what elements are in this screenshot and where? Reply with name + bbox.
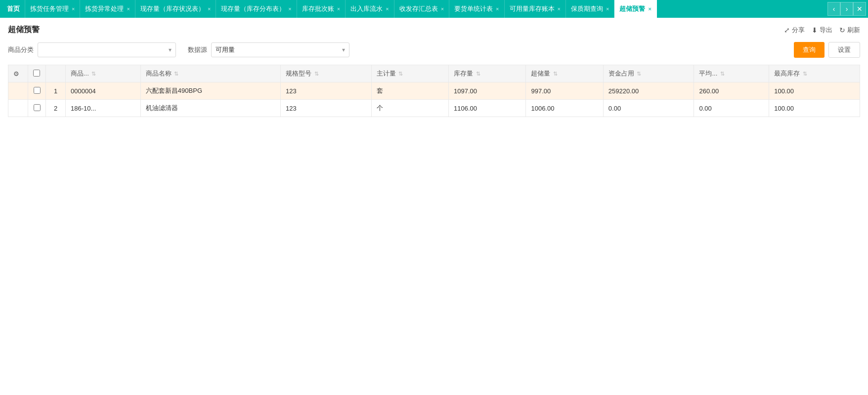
table-header-capital[interactable]: 资金占用 ⇅: [603, 65, 694, 82]
row-num-1: 2: [46, 100, 66, 117]
refresh-icon: ↻: [839, 26, 845, 34]
table-header-checkbox[interactable]: [28, 65, 46, 82]
table-header-overstock[interactable]: 超储量 ⇅: [526, 65, 603, 82]
row-select-checkbox-0[interactable]: [34, 87, 41, 94]
summary-close-icon[interactable]: ×: [441, 6, 444, 12]
datasource-filter: 数据源 可用量 ▾: [188, 42, 349, 57]
nav-tab-batch-account[interactable]: 库存批次账 ×: [297, 0, 346, 18]
nav-tab-inout-flow[interactable]: 出入库流水 ×: [346, 0, 394, 18]
export-icon: ⬇: [812, 26, 818, 34]
overstock-warning-close-icon[interactable]: ×: [648, 6, 651, 12]
nav-arrow-close-btn[interactable]: ✕: [853, 2, 866, 16]
row-capital-1: 0.00: [603, 100, 694, 117]
shelf-life-close-icon[interactable]: ×: [606, 6, 609, 12]
nav-tab-summary[interactable]: 收发存汇总表 ×: [394, 0, 449, 18]
nav-arrow-left-btn[interactable]: ‹: [827, 2, 840, 16]
row-checkbox-1[interactable]: [28, 100, 46, 117]
sort-unit-icon: ⇅: [398, 71, 403, 77]
row-spec-1: 123: [281, 100, 372, 117]
nav-tab-inventory-dist[interactable]: 现存量（库存分布表） ×: [216, 0, 297, 18]
nav-tab-task-mgmt[interactable]: 拣货任务管理 ×: [25, 0, 80, 18]
export-button[interactable]: ⬇ 导出: [812, 26, 832, 35]
row-stock-1: 1106.00: [449, 100, 526, 117]
refresh-button[interactable]: ↻ 刷新: [839, 26, 860, 35]
row-product-code-1: 186-10...: [66, 100, 141, 117]
available-ledger-close-icon[interactable]: ×: [558, 6, 561, 12]
row-overstock-0: 997.00: [526, 82, 603, 100]
table-header-spec[interactable]: 规格型号 ⇅: [281, 65, 372, 82]
table-header-gear[interactable]: ⚙: [8, 65, 28, 82]
row-checkbox-0[interactable]: [28, 82, 46, 100]
datasource-select[interactable]: 可用量 ▾: [211, 42, 349, 57]
row-gear-1: [8, 100, 28, 117]
exception-tab-label: 拣货异常处理: [85, 4, 124, 13]
nav-tab-shelf-life[interactable]: 保质期查询 ×: [566, 0, 614, 18]
settings-button[interactable]: 设置: [828, 42, 860, 58]
order-stats-close-icon[interactable]: ×: [496, 6, 499, 12]
header-actions: ⤢ 分享 ⬇ 导出 ↻ 刷新: [784, 26, 860, 35]
inventory-dist-close-icon[interactable]: ×: [288, 6, 291, 12]
row-spec-0: 123: [281, 82, 372, 100]
summary-tab-label: 收发存汇总表: [399, 4, 438, 13]
row-max-stock-1: 100.00: [769, 100, 860, 117]
share-button[interactable]: ⤢ 分享: [784, 26, 805, 35]
overstock-warning-tab-label: 超储预警: [619, 4, 645, 13]
inout-flow-tab-label: 出入库流水: [350, 4, 383, 13]
row-select-checkbox-1[interactable]: [34, 104, 41, 111]
data-table: ⚙ 商品... ⇅ 商品名称 ⇅ 规格型号 ⇅ 主计量: [8, 65, 860, 117]
page-title: 超储预警: [8, 25, 40, 35]
table-header-unit[interactable]: 主计量 ⇅: [371, 65, 448, 82]
row-unit-1: 个: [371, 100, 448, 117]
row-overstock-1: 1006.00: [526, 100, 603, 117]
batch-account-tab-label: 库存批次账: [302, 4, 334, 13]
top-navigation: 首页 拣货任务管理 × 拣货异常处理 × 现存量（库存状况表） × 现存量（库存…: [0, 0, 868, 18]
page-container: 超储预警 ⤢ 分享 ⬇ 导出 ↻ 刷新 商品分类 ▾ 数据源: [0, 18, 868, 124]
select-all-checkbox[interactable]: [33, 70, 40, 77]
table-row: 1 0000004 六配套新昌490BPG 123 套 1097.00 997.…: [8, 82, 860, 100]
exception-close-icon[interactable]: ×: [127, 6, 130, 12]
row-gear-0: [8, 82, 28, 100]
sort-product-name-icon: ⇅: [174, 71, 178, 77]
sort-avg-icon: ⇅: [720, 71, 725, 77]
export-label: 导出: [820, 26, 832, 35]
row-avg-1: 0.00: [694, 100, 769, 117]
row-product-name-1: 机油滤清器: [140, 100, 280, 117]
inout-flow-close-icon[interactable]: ×: [386, 6, 389, 12]
refresh-label: 刷新: [847, 26, 860, 35]
inventory-dist-tab-label: 现存量（库存分布表）: [221, 4, 285, 13]
sort-stock-icon: ⇅: [476, 71, 480, 77]
row-avg-0: 260.00: [694, 82, 769, 100]
nav-tab-inventory-status[interactable]: 现存量（库存状况表） ×: [135, 0, 216, 18]
table-header-avg[interactable]: 平均... ⇅: [694, 65, 769, 82]
nav-tab-home[interactable]: 首页: [2, 0, 25, 18]
query-button[interactable]: 查询: [794, 42, 825, 58]
category-filter-label: 商品分类: [8, 45, 34, 54]
nav-tab-overstock-warning[interactable]: 超储预警 ×: [614, 0, 656, 18]
row-capital-0: 259220.00: [603, 82, 694, 100]
datasource-filter-label: 数据源: [188, 45, 207, 54]
nav-tab-available-ledger[interactable]: 可用量库存账本 ×: [505, 0, 566, 18]
page-header: 超储预警 ⤢ 分享 ⬇ 导出 ↻ 刷新: [8, 25, 860, 35]
nav-arrow-right-btn[interactable]: ›: [840, 2, 853, 16]
batch-account-close-icon[interactable]: ×: [337, 6, 340, 12]
inventory-status-close-icon[interactable]: ×: [208, 6, 211, 12]
row-num-0: 1: [46, 82, 66, 100]
order-stats-tab-label: 要货单统计表: [454, 4, 493, 13]
sort-spec-icon: ⇅: [314, 71, 319, 77]
share-label: 分享: [792, 26, 805, 35]
table-header-product-code[interactable]: 商品... ⇅: [66, 65, 141, 82]
task-mgmt-close-icon[interactable]: ×: [72, 6, 75, 12]
category-chevron-icon: ▾: [169, 46, 172, 53]
task-mgmt-tab-label: 拣货任务管理: [30, 4, 69, 13]
filter-row: 商品分类 ▾ 数据源 可用量 ▾ 查询 设置: [8, 42, 860, 58]
nav-tab-exception[interactable]: 拣货异常处理 ×: [80, 0, 135, 18]
shelf-life-tab-label: 保质期查询: [571, 4, 603, 13]
nav-tab-order-stats[interactable]: 要货单统计表 ×: [449, 0, 504, 18]
table-row: 2 186-10... 机油滤清器 123 个 1106.00 1006.00 …: [8, 100, 860, 117]
category-select[interactable]: ▾: [38, 42, 176, 57]
table-header-stock[interactable]: 库存量 ⇅: [449, 65, 526, 82]
table-header-max-stock[interactable]: 最高库存 ⇅: [769, 65, 860, 82]
inventory-status-tab-label: 现存量（库存状况表）: [140, 4, 205, 13]
table-header-product-name[interactable]: 商品名称 ⇅: [140, 65, 280, 82]
row-stock-0: 1097.00: [449, 82, 526, 100]
